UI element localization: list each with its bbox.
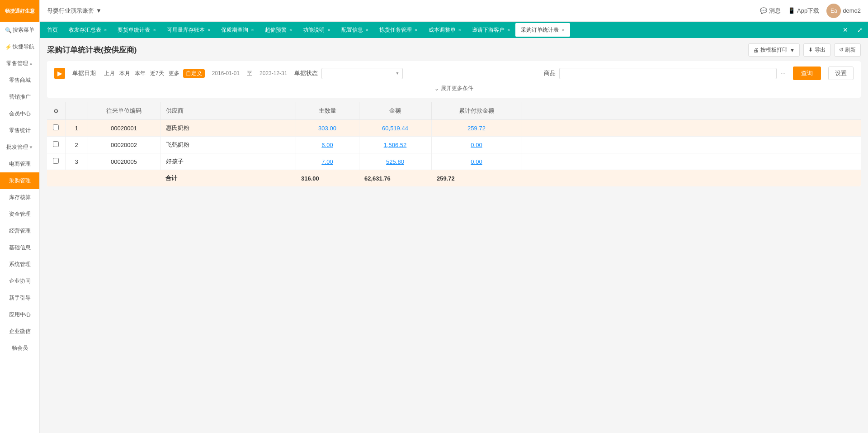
sidebar-item-system[interactable]: 系统管理 — [0, 256, 39, 273]
tab-close-icon[interactable]: × — [289, 27, 292, 33]
row-supplier: 飞鹤奶粉 — [160, 137, 296, 153]
tab-close-icon[interactable]: × — [327, 27, 330, 33]
row-qty[interactable]: 6.00 — [296, 137, 359, 153]
row-paid[interactable]: 259.72 — [431, 120, 522, 137]
tab-expiry[interactable]: 保质期查询 × — [216, 23, 259, 37]
shortcut-more[interactable]: 更多 — [168, 69, 180, 78]
logo-text: 畅捷通好生意 — [5, 8, 35, 14]
table-footer: 合计 316.00 62,631.76 259.72 — [47, 170, 861, 187]
sidebar-item-basic-info[interactable]: 基础信息 — [0, 239, 39, 256]
tab-label: 成本调整单 — [429, 26, 456, 34]
col-settings[interactable]: ⚙ — [47, 102, 65, 120]
date-shortcuts: 上月 本月 本年 近7天 更多 自定义 — [103, 69, 205, 78]
maximize-button[interactable]: ⤢ — [854, 24, 866, 36]
tab-close-icon[interactable]: × — [415, 27, 417, 33]
sidebar-item-wechat[interactable]: 企业微信 — [0, 323, 39, 340]
tab-inventory-book[interactable]: 可用量库存账本 × — [161, 23, 216, 37]
sidebar-item-member[interactable]: 会员中心 — [0, 105, 39, 122]
sidebar-item-finance[interactable]: 资金管理 — [0, 206, 39, 223]
tab-config[interactable]: 配置信息 × — [336, 23, 374, 37]
status-select[interactable] — [321, 68, 403, 79]
tab-cost-adjust[interactable]: 成本调整单 × — [423, 23, 467, 37]
sidebar-item-retail-mgmt[interactable]: 零售管理 ▲ — [0, 55, 39, 72]
row-amount[interactable]: 60,519.44 — [359, 120, 431, 137]
tab-close-icon[interactable]: × — [561, 27, 564, 33]
sidebar-item-retail-stat[interactable]: 零售统计 — [0, 122, 39, 139]
sidebar-item-operations[interactable]: 经营管理 — [0, 223, 39, 239]
tab-invite[interactable]: 邀请下游客户 × — [467, 23, 515, 37]
account-dropdown[interactable]: 母婴行业演示账套 ▼ — [47, 7, 102, 15]
filter-panel: ▶ 单据日期 上月 本月 本年 近7天 更多 自定义 2016-01-01 至 … — [47, 61, 861, 98]
row-amount[interactable]: 1,586.52 — [359, 137, 431, 153]
row-paid[interactable]: 0.00 — [431, 137, 522, 153]
sidebar-item-label: 采购管理 — [9, 177, 31, 185]
topbar-right: 💬 消息 📱 App下载 Ea demo2 — [760, 4, 861, 18]
tab-close-icon[interactable]: × — [366, 27, 368, 33]
sidebar-item-vip[interactable]: 畅会员 — [0, 340, 39, 357]
shortcut-month[interactable]: 本月 — [118, 69, 131, 78]
phone-icon: 📱 — [788, 7, 795, 14]
row-checkbox[interactable] — [47, 153, 65, 170]
expand-more-button[interactable]: ⌄ 展开更多条件 — [434, 85, 473, 92]
shortcut-year[interactable]: 本年 — [134, 69, 146, 78]
tab-close-icon[interactable]: × — [507, 27, 510, 33]
close-tab-button[interactable]: ✕ — [839, 24, 852, 36]
row-amount[interactable]: 525.80 — [359, 153, 431, 170]
tab-overstock[interactable]: 超储预警 × — [259, 23, 297, 37]
tab-close-icon[interactable]: × — [458, 27, 461, 33]
sidebar-item-label: 基础信息 — [9, 244, 31, 252]
date-range-start: 2016-01-01 — [212, 70, 240, 76]
row-index: 1 — [65, 120, 88, 137]
sidebar-item-wholesale[interactable]: 批发管理 ▼ — [0, 139, 39, 156]
sidebar-item-retail-mall[interactable]: 零售商城 — [0, 72, 39, 89]
row-checkbox[interactable] — [47, 137, 65, 153]
message-button[interactable]: 💬 消息 — [760, 7, 781, 15]
status-select-wrapper[interactable] — [321, 68, 403, 79]
row-qty[interactable]: 303.00 — [296, 120, 359, 137]
tab-home[interactable]: 首页 — [42, 23, 63, 37]
tab-order-stat[interactable]: 要货单统计表 × — [112, 23, 161, 37]
shortcut-7days[interactable]: 近7天 — [149, 69, 165, 78]
table-row: 3 00020005 好孩子 7.00 525.80 0.00 — [47, 153, 861, 170]
app-download-button[interactable]: 📱 App下载 — [788, 7, 819, 15]
username: demo2 — [843, 7, 861, 14]
chevron-down-icon: ▼ — [96, 7, 102, 14]
sidebar-item-inventory[interactable]: 库存核算 — [0, 189, 39, 206]
sidebar-item-label: 会员中心 — [9, 110, 31, 118]
sidebar-item-quicknav[interactable]: ⚡ 快捷导航 — [0, 38, 39, 55]
tab-close-icon[interactable]: × — [153, 27, 156, 33]
custom-date-badge[interactable]: 自定义 — [183, 69, 205, 78]
refresh-button[interactable]: ↺ 刷新 — [834, 43, 861, 57]
sidebar-item-marketing[interactable]: 营销推广 — [0, 89, 39, 105]
row-checkbox[interactable] — [47, 120, 65, 137]
row-paid[interactable]: 0.00 — [431, 153, 522, 170]
tab-close-icon[interactable]: × — [104, 27, 107, 33]
tab-purchase-stat[interactable]: 采购订单统计表 × — [515, 23, 570, 37]
user-menu[interactable]: Ea demo2 — [826, 4, 861, 18]
shortcut-prev-month[interactable]: 上月 — [103, 69, 116, 78]
tab-function[interactable]: 功能说明 × — [297, 23, 335, 37]
goods-input[interactable] — [559, 68, 777, 79]
tab-close-icon[interactable]: × — [251, 27, 254, 33]
filter-toggle-button[interactable]: ▶ — [54, 68, 65, 79]
date-separator: 至 — [247, 70, 252, 77]
query-button[interactable]: 查询 — [793, 67, 821, 80]
print-button[interactable]: 🖨 按模板打印 ▼ — [748, 43, 800, 57]
sidebar-item-purchase[interactable]: 采购管理 — [0, 172, 39, 189]
sidebar-item-search[interactable]: 🔍 搜索菜单 — [0, 22, 39, 38]
export-button[interactable]: ⬇ 导出 — [803, 43, 830, 57]
chevron-down-icon: ▼ — [789, 47, 795, 53]
table-body: 1 00020001 惠氏奶粉 303.00 60,519.44 259.72 … — [47, 120, 861, 170]
sidebar-item-appcenter[interactable]: 应用中心 — [0, 306, 39, 323]
tab-receivables[interactable]: 收发存汇总表 × — [63, 23, 112, 37]
sidebar-item-ecommerce[interactable]: 电商管理 — [0, 156, 39, 172]
row-code: 00020002 — [88, 137, 160, 153]
sidebar-item-newguide[interactable]: 新手引导 — [0, 290, 39, 306]
more-options-icon[interactable]: ··· — [780, 70, 786, 77]
row-qty[interactable]: 7.00 — [296, 153, 359, 170]
tab-close-icon[interactable]: × — [208, 27, 210, 33]
settings-button[interactable]: 设置 — [828, 67, 854, 80]
tab-picking[interactable]: 拣货任务管理 × — [374, 23, 423, 37]
col-code-header: 往来单位编码 — [88, 102, 160, 120]
sidebar-item-enterprise[interactable]: 企业协同 — [0, 273, 39, 290]
